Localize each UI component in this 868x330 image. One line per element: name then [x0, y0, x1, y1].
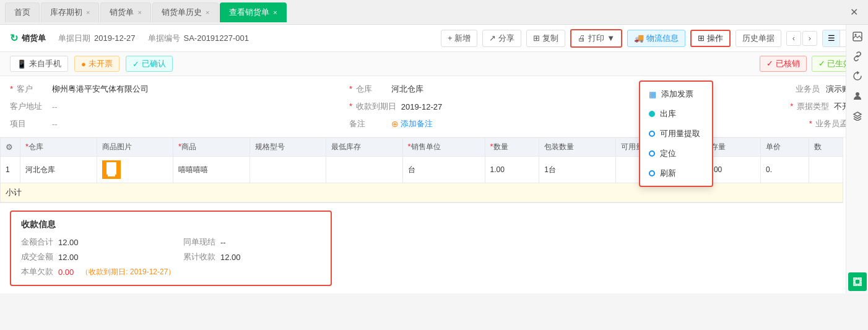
logistics-button[interactable]: 🚚 物流信息 — [627, 30, 685, 47]
sold-label: 已核销 — [776, 59, 800, 68]
cumulative-value: 12.00 — [220, 253, 241, 262]
address-field: 客户地址 -- — [10, 101, 349, 112]
tab-view-sales-close[interactable]: × — [273, 9, 277, 16]
owe-value: 0.00 — [58, 267, 74, 277]
payment-info-title: 收款信息 — [21, 219, 321, 230]
next-button[interactable]: › — [802, 31, 817, 46]
new-label: + 新增 — [448, 33, 471, 44]
quantity-pick-item[interactable]: 可用量提取 — [640, 124, 712, 144]
tab-inventory-init-label: 库存期初 — [50, 7, 82, 18]
cell-spec — [250, 157, 326, 183]
tab-bar-right: ✕ — [844, 3, 863, 22]
subtotal-row: 小计 — [1, 183, 843, 202]
address-value: -- — [52, 102, 58, 111]
refresh-label: 刷新 — [660, 168, 676, 179]
tab-home[interactable]: 首页 — [5, 2, 40, 22]
svg-point-4 — [856, 92, 859, 96]
project-value: -- — [52, 119, 58, 129]
staff-label: 业务员 — [796, 84, 826, 95]
payment-info: 收款信息 金额合计 12.00 同单现结 -- 成交金额 12.00 累计收款 … — [10, 211, 332, 286]
products-table: ⚙ *仓库 商品图片 *商品 规格型号 最低库存 *销售单位 *数量 — [0, 137, 843, 202]
tab-inventory-init[interactable]: 库存期初 × — [41, 2, 99, 22]
copy-icon: ⊞ — [533, 33, 540, 43]
sidebar-image-icon[interactable] — [848, 27, 867, 46]
window-close-button[interactable]: ✕ — [844, 3, 863, 22]
phone-label: 来自手机 — [29, 58, 61, 69]
open-ticket-button[interactable]: ● 未开票 — [74, 56, 119, 72]
warehouse-label: * 仓库 — [349, 84, 386, 95]
print-label: 打印 — [588, 33, 604, 44]
new-button[interactable]: + 新增 — [441, 30, 477, 47]
transaction-label: 成交金额 — [21, 251, 53, 263]
tab-bar: 首页 库存期初 × 销货单 × 销货单历史 × 查看销货单 × ✕ — [0, 0, 868, 25]
locate-item[interactable]: 定位 — [640, 144, 712, 163]
tab-inventory-init-close[interactable]: × — [86, 9, 90, 16]
copy-button[interactable]: ⊞ 复制 — [526, 30, 565, 47]
col-amount-header: 数 — [809, 138, 843, 157]
print-icon: 🖨 — [578, 33, 586, 43]
share-button[interactable]: ↗ 分享 — [482, 30, 521, 47]
outbound-item[interactable]: 出库 — [640, 104, 712, 124]
phone-button[interactable]: 📱 来自手机 — [10, 56, 68, 72]
sidebar-expand-icon[interactable] — [848, 272, 867, 291]
tab-sales-order-close[interactable]: × — [137, 9, 141, 16]
main-content: ↻ 销货单 单据日期 2019-12-27 单据编号 SA-20191227-0… — [0, 25, 868, 293]
tab-sales-history[interactable]: 销货单历史 × — [152, 2, 219, 22]
table-section: ⚙ *仓库 商品图片 *商品 规格型号 最低库存 *销售单位 *数量 — [0, 137, 843, 203]
history-label: 历史单据 — [742, 33, 775, 44]
refresh-item[interactable]: 刷新 — [640, 163, 712, 183]
list-view-button[interactable]: ☰ — [823, 30, 840, 46]
cell-qty: 1.00 — [485, 157, 539, 183]
svg-rect-0 — [106, 162, 116, 175]
doc-number-label: 单据编号 — [148, 33, 180, 44]
col-price-header: 单价 — [760, 138, 809, 157]
share-label: 分享 — [498, 33, 514, 44]
customer-field: * 客户 柳州粤港平安气体有限公司 — [10, 84, 349, 95]
print-button[interactable]: 🖨 打印 ▼ — [570, 29, 622, 48]
tab-sales-order-label: 销货单 — [110, 7, 134, 18]
quantity-pick-label: 可用量提取 — [660, 128, 700, 139]
sidebar-rotate-icon[interactable] — [848, 67, 867, 85]
sold-tag: ✓ 已核销 — [760, 56, 806, 72]
subtotal-cell: 小计 — [1, 183, 843, 202]
transaction-row: 成交金额 12.00 — [21, 251, 158, 263]
cell-seq: 1 — [1, 157, 20, 183]
doc-number-item: 单据编号 SA-20191227-001 — [148, 33, 250, 44]
project-label: 项目 — [10, 118, 47, 129]
operation-dropdown: ▦ 添加发票 出库 可用量提取 定位 刷新 — [639, 80, 713, 187]
sidebar-user-icon[interactable] — [848, 87, 867, 105]
owe-note: （收款到期日: 2019-12-27） — [81, 267, 175, 277]
settings-icon[interactable]: ⚙ — [6, 142, 13, 152]
cell-amount — [809, 157, 843, 183]
add-invoice-item[interactable]: ▦ 添加发票 — [640, 84, 712, 104]
sidebar-layers-icon[interactable] — [848, 106, 867, 125]
customer-label: * 客户 — [10, 84, 47, 95]
cell-warehouse: 河北仓库 — [20, 157, 97, 183]
status-row: 📱 来自手机 ● 未开票 ✓ 已确认 ✓ 已核销 ✓ 已生效 — [0, 52, 868, 76]
form-row-1: * 客户 柳州粤港平安气体有限公司 * 仓库 河北仓库 业务员 演示账号 — [10, 84, 858, 95]
tab-sales-history-close[interactable]: × — [206, 9, 209, 16]
plus-icon: ⊕ — [391, 119, 399, 129]
customer-value: 柳州粤港平安气体有限公司 — [52, 84, 149, 95]
same-order-value: -- — [220, 238, 226, 247]
print-arrow: ▼ — [607, 33, 615, 43]
warehouse-field: * 仓库 河北仓库 — [349, 84, 688, 95]
tab-view-sales-label: 查看销货单 — [229, 7, 269, 18]
operation-button[interactable]: ⊞ 操作 — [690, 30, 731, 47]
sidebar-link-icon[interactable] — [848, 47, 867, 66]
open-label: 未开票 — [89, 58, 113, 69]
remark-field: 备注 ⊕ 添加备注 — [349, 118, 688, 129]
history-button[interactable]: 历史单据 — [736, 30, 781, 47]
doc-title: ↻ 销货单 — [10, 32, 46, 44]
outbound-icon — [649, 111, 655, 117]
tab-home-label: 首页 — [14, 7, 30, 18]
cell-pack-qty: 1台 — [539, 157, 616, 183]
add-remark-button[interactable]: ⊕ 添加备注 — [391, 118, 433, 129]
tab-sales-order[interactable]: 销货单 × — [100, 2, 150, 22]
prev-button[interactable]: ‹ — [786, 31, 801, 46]
doc-date-value: 2019-12-27 — [94, 33, 136, 43]
operation-icon: ⊞ — [698, 33, 705, 43]
sales-order-icon: ↻ — [10, 32, 18, 44]
confirm-button[interactable]: ✓ 已确认 — [126, 56, 173, 72]
tab-view-sales[interactable]: 查看销货单 × — [220, 2, 286, 22]
